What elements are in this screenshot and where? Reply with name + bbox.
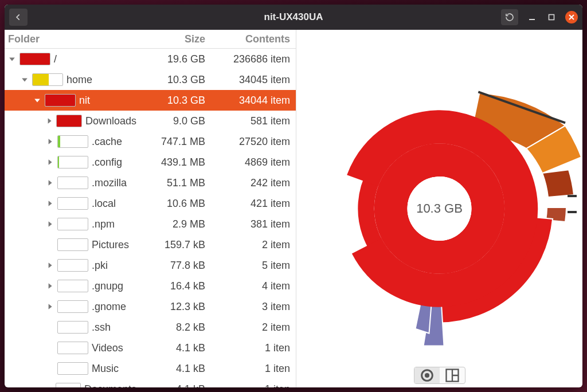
ring-view-button[interactable] — [414, 367, 440, 383]
folder-contents: 381 item — [210, 218, 296, 230]
folder-size: 4.1 kB — [136, 363, 210, 375]
folder-size: 2.9 MB — [136, 218, 210, 230]
expand-icon[interactable] — [46, 303, 54, 311]
tree-row[interactable]: .npm2.9 MB381 item — [5, 214, 296, 234]
folder-contents: 4 item — [210, 280, 296, 292]
expand-icon[interactable] — [8, 55, 16, 63]
back-button[interactable] — [9, 9, 28, 26]
folder-size: 4.1 kB — [136, 383, 210, 388]
folder-name: .mozilla — [92, 177, 127, 189]
expand-icon[interactable] — [46, 261, 54, 269]
minimize-button[interactable] — [526, 11, 538, 23]
refresh-button[interactable] — [501, 9, 518, 25]
folder-name: .cache — [92, 136, 122, 148]
usage-bar — [32, 73, 63, 86]
expand-icon[interactable] — [46, 199, 54, 207]
folder-size: 10.6 MB — [136, 198, 210, 210]
usage-bar — [57, 135, 88, 148]
expand-icon — [46, 385, 52, 387]
folder-contents: 1 iten — [210, 383, 296, 388]
folder-size: 747.1 MB — [136, 136, 210, 148]
svg-rect-1 — [549, 15, 554, 20]
window-body: Folder Size Contents /19.6 GB236686 item… — [5, 30, 582, 387]
expand-icon[interactable] — [46, 158, 54, 166]
tree-row[interactable]: /19.6 GB236686 item — [5, 49, 296, 69]
folder-name: Music — [92, 363, 119, 375]
folder-name: .config — [92, 156, 122, 168]
tree-row[interactable]: .gnupg16.4 kB4 item — [5, 276, 296, 296]
folder-name: Pictures — [92, 239, 129, 251]
tree-row[interactable]: .local10.6 MB421 item — [5, 193, 296, 214]
folder-name: .ssh — [92, 322, 111, 334]
usage-bar — [56, 115, 82, 127]
folder-name: / — [54, 53, 57, 65]
folder-contents: 1 iten — [210, 363, 296, 375]
folder-size: 77.8 kB — [136, 260, 210, 272]
tree-row[interactable]: .config439.1 MB4869 item — [5, 152, 296, 173]
folder-size: 51.1 MB — [136, 177, 210, 189]
column-folder-header[interactable]: Folder — [8, 33, 136, 45]
folder-size: 10.3 GB — [136, 95, 210, 107]
folder-size: 9.0 GB — [136, 115, 210, 127]
column-contents-header[interactable]: Contents — [210, 33, 296, 45]
expand-icon[interactable] — [21, 76, 29, 84]
folder-contents: 1 iten — [210, 342, 296, 354]
tree-row[interactable]: nit10.3 GB34044 item — [5, 90, 296, 111]
usage-bar — [57, 238, 88, 251]
expand-icon[interactable] — [46, 138, 54, 146]
svg-rect-0 — [529, 19, 535, 20]
tree-header: Folder Size Contents — [5, 30, 296, 49]
folder-contents: 27520 item — [210, 136, 296, 148]
folder-size: 439.1 MB — [136, 156, 210, 168]
usage-bar — [57, 156, 88, 168]
window-title: nit-UX430UA — [5, 11, 582, 23]
tree-row[interactable]: Pictures159.7 kB2 item — [5, 234, 296, 255]
svg-point-17 — [424, 373, 429, 378]
folder-name: Documents — [84, 383, 136, 388]
folder-contents: 2 item — [210, 322, 296, 334]
tree-row[interactable]: .ssh8.2 kB2 item — [5, 317, 296, 338]
expand-icon[interactable] — [46, 220, 54, 228]
folder-contents: 242 item — [210, 177, 296, 189]
tree-row[interactable]: Downloads9.0 GB581 item — [5, 111, 296, 131]
folder-contents: 236686 item — [210, 53, 296, 65]
folder-contents: 34044 item — [210, 95, 296, 107]
treemap-view-button[interactable] — [440, 367, 465, 383]
tree-row[interactable]: .pki77.8 kB5 item — [5, 255, 296, 276]
tree-row[interactable]: .mozilla51.1 MB242 item — [5, 173, 296, 193]
folder-contents: 34045 item — [210, 74, 296, 86]
tree-row[interactable]: Documents4.1 kB1 iten — [5, 379, 296, 387]
folder-size: 10.3 GB — [136, 74, 210, 86]
chart-view-toggle — [414, 367, 465, 384]
folder-contents: 421 item — [210, 198, 296, 210]
folder-contents: 2 item — [210, 239, 296, 251]
folder-name: Downloads — [85, 115, 136, 127]
expand-icon[interactable] — [46, 117, 53, 125]
folder-name: .gnupg — [92, 280, 123, 292]
column-size-header[interactable]: Size — [136, 33, 210, 45]
tree-row[interactable]: Music4.1 kB1 iten — [5, 358, 296, 379]
tree-row[interactable]: Videos4.1 kB1 iten — [5, 338, 296, 358]
tree-row[interactable]: .gnome12.3 kB3 item — [5, 296, 296, 317]
folder-name: .pki — [92, 260, 108, 272]
close-button[interactable] — [565, 11, 578, 23]
usage-bar — [57, 218, 88, 230]
tree-row[interactable]: .cache747.1 MB27520 item — [5, 131, 296, 152]
expand-icon[interactable] — [33, 96, 41, 104]
expand-icon — [46, 323, 54, 331]
folder-size: 16.4 kB — [136, 280, 210, 292]
folder-name: .local — [92, 198, 116, 210]
folder-size: 19.6 GB — [136, 53, 210, 65]
tree-rows: /19.6 GB236686 itemhome10.3 GB34045 item… — [5, 49, 296, 387]
folder-name: Videos — [92, 342, 123, 354]
maximize-button[interactable] — [546, 11, 557, 23]
expand-icon — [46, 344, 54, 352]
expand-icon[interactable] — [46, 282, 54, 290]
usage-bar — [57, 362, 88, 375]
folder-size: 159.7 kB — [136, 239, 210, 251]
expand-icon[interactable] — [46, 179, 54, 187]
usage-bar — [57, 280, 88, 292]
usage-bar — [57, 259, 88, 272]
usage-bar — [57, 321, 88, 334]
tree-row[interactable]: home10.3 GB34045 item — [5, 69, 296, 90]
